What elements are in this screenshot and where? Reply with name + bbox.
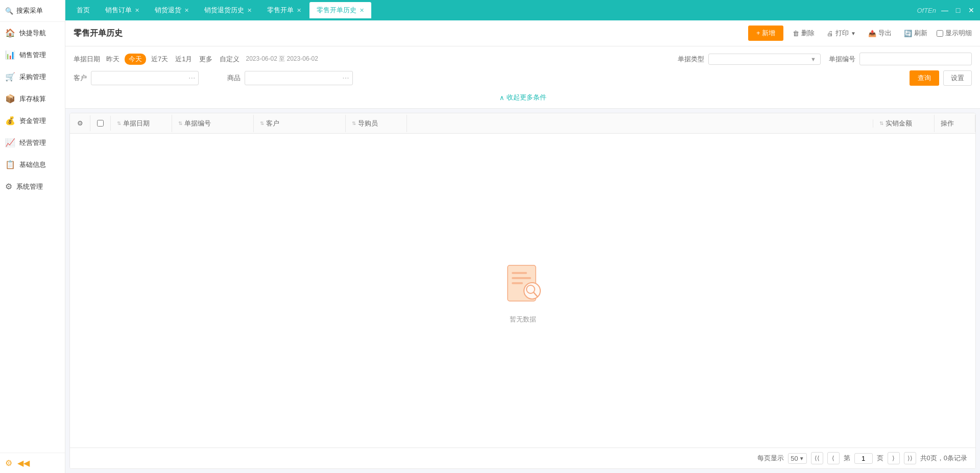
tab-retail-open[interactable]: 零售开单✕: [260, 2, 308, 18]
sidebar-item-inventory[interactable]: 📦 库存核算: [0, 88, 65, 110]
prev-page-button[interactable]: ⟨: [827, 452, 840, 464]
order-no-filter: 单据编号: [829, 53, 972, 65]
next-page-button[interactable]: ⟩: [888, 452, 900, 464]
tab-close-retail-open[interactable]: ✕: [297, 7, 301, 14]
page-size-select[interactable]: 50 ▼: [788, 453, 806, 464]
empty-state: 暂无数据: [70, 134, 975, 447]
page-number-input[interactable]: [854, 453, 873, 464]
filter-action-area: 查询 设置: [910, 70, 972, 86]
search-menu-item[interactable]: 🔍 搜索采单: [0, 0, 65, 22]
select-all-checkbox[interactable]: [97, 120, 104, 127]
tab-sales-return[interactable]: 销货退货✕: [148, 2, 196, 18]
sidebar-item-operations[interactable]: 📈 经营管理: [0, 132, 65, 154]
tab-sales-order[interactable]: 销售订单✕: [98, 2, 147, 18]
sidebar-item-purchase-mgmt[interactable]: 🛒 采购管理: [0, 66, 65, 88]
order-no-input[interactable]: [859, 53, 972, 65]
window-controls: OfTEn — □ ✕: [917, 6, 976, 15]
add-button[interactable]: + 新增: [748, 26, 783, 41]
th-checkbox[interactable]: [90, 116, 111, 131]
sidebar-icon-operations: 📈: [5, 138, 15, 147]
tab-close-sales-order[interactable]: ✕: [135, 7, 139, 14]
sidebar-label-sys-mgmt: 系统管理: [16, 182, 43, 191]
sidebar-item-basic-info[interactable]: 📋 基础信息: [0, 154, 65, 176]
goods-filter: 商品 ···: [227, 71, 352, 85]
sort-date-icon[interactable]: ⇅: [117, 120, 121, 126]
sidebar-item-finance[interactable]: 💰 资金管理: [0, 110, 65, 132]
refresh-button[interactable]: 🔄 刷新: [901, 27, 930, 40]
content-area: 零售开单历史 + 新增 🗑 删除 🖨 打印 ▼ 📤 导出 🔄: [65, 20, 980, 473]
print-dropdown-icon: ▼: [851, 31, 856, 36]
close-button[interactable]: ✕: [967, 6, 976, 15]
svg-rect-1: [512, 272, 527, 274]
tab-home[interactable]: 首页: [69, 2, 97, 18]
page-actions: + 新增 🗑 删除 🖨 打印 ▼ 📤 导出 🔄 刷新: [748, 26, 972, 41]
settings-icon[interactable]: ⚙: [5, 458, 12, 468]
sort-customer-icon[interactable]: ⇅: [260, 120, 264, 126]
settings-button[interactable]: 设置: [943, 70, 972, 86]
date-options: 昨天今天近7天近1月更多自定义: [104, 54, 242, 65]
minimize-button[interactable]: —: [940, 6, 949, 15]
delete-button[interactable]: 🗑 删除: [790, 27, 818, 40]
filter-row-2: 客户 ··· 商品 ··· 查询 设置: [74, 70, 972, 86]
sidebar-item-quick-nav[interactable]: 🏠 快捷导航: [0, 22, 65, 44]
customer-input[interactable]: [91, 72, 185, 84]
sidebar-label-finance: 资金管理: [19, 116, 46, 126]
filter-area: 单据日期 昨天今天近7天近1月更多自定义 2023-06-02 至 2023-0…: [65, 46, 980, 109]
tab-retail-open-history[interactable]: 零售开单历史✕: [309, 2, 371, 18]
customer-label: 客户: [74, 73, 87, 83]
date-opt-custom[interactable]: 自定义: [218, 54, 242, 65]
date-opt-last7[interactable]: 近7天: [149, 54, 170, 65]
page-label: 页: [877, 454, 883, 463]
maximize-button[interactable]: □: [953, 6, 963, 15]
table-header: ⚙ ⇅ 单据日期 ⇅ 单据编号 ⇅ 客户 ⇅: [70, 113, 975, 134]
sort-order-icon[interactable]: ⇅: [178, 120, 182, 126]
customer-filter: 客户 ···: [74, 71, 199, 85]
order-type-select[interactable]: ▼: [708, 54, 821, 65]
display-cols-checkbox[interactable]: [937, 30, 943, 37]
page-size-value: 50: [791, 455, 798, 462]
order-type-label: 单据类型: [678, 55, 704, 64]
display-cols-toggle[interactable]: 显示明细: [937, 29, 972, 38]
delete-icon: 🗑: [793, 30, 799, 37]
date-opt-last_month[interactable]: 近1月: [173, 54, 194, 65]
print-button[interactable]: 🖨 打印 ▼: [824, 27, 859, 40]
date-opt-today[interactable]: 今天: [125, 54, 146, 65]
tab-sales-return-history[interactable]: 销货退货历史✕: [197, 2, 259, 18]
sidebar-label-purchase-mgmt: 采购管理: [19, 72, 46, 82]
date-filter: 单据日期 昨天今天近7天近1月更多自定义 2023-06-02 至 2023-0…: [74, 54, 318, 65]
export-button[interactable]: 📤 导出: [865, 27, 895, 40]
tab-close-sales-return[interactable]: ✕: [184, 7, 189, 14]
sidebar-item-sys-mgmt[interactable]: ⚙ 系统管理: [0, 176, 65, 197]
collapse-sidebar-icon[interactable]: ◀◀: [17, 458, 30, 468]
sidebar-icon-sales-mgmt: 📊: [5, 50, 15, 60]
date-opt-more[interactable]: 更多: [197, 54, 214, 65]
sort-guide-icon[interactable]: ⇅: [352, 120, 356, 126]
query-button[interactable]: 查询: [910, 70, 939, 86]
date-label: 单据日期: [74, 55, 100, 64]
page-title: 零售开单历史: [74, 28, 123, 39]
th-settings[interactable]: ⚙: [70, 115, 90, 131]
sidebar-icon-inventory: 📦: [5, 94, 15, 104]
customer-dots-icon[interactable]: ···: [185, 71, 198, 85]
goods-dots-icon[interactable]: ···: [339, 71, 352, 85]
goods-label: 商品: [227, 73, 241, 83]
sidebar-item-sales-mgmt[interactable]: 📊 销售管理: [0, 44, 65, 66]
sidebar-icon-quick-nav: 🏠: [5, 28, 15, 38]
brand-label: OfTEn: [917, 7, 936, 14]
goods-input[interactable]: [245, 72, 339, 84]
tab-label-retail-open-history: 零售开单历史: [317, 6, 356, 15]
collapse-filter-link[interactable]: ∧ 收起更多条件: [74, 91, 972, 102]
date-opt-yesterday[interactable]: 昨天: [104, 54, 122, 65]
tab-close-sales-return-history[interactable]: ✕: [247, 7, 252, 14]
date-range: 2023-06-02 至 2023-06-02: [246, 55, 318, 63]
refresh-icon: 🔄: [904, 30, 912, 37]
search-icon: 🔍: [5, 7, 13, 15]
last-page-button[interactable]: ⟩⟩: [904, 452, 916, 464]
tab-close-retail-open-history[interactable]: ✕: [360, 7, 364, 14]
order-type-filter: 单据类型 ▼: [678, 54, 821, 65]
pagination: 每页显示 50 ▼ ⟨⟨ ⟨ 第 页 ⟩ ⟩⟩ 共0页，0条记录: [70, 447, 975, 468]
first-page-button[interactable]: ⟨⟨: [811, 452, 823, 464]
print-icon: 🖨: [827, 30, 833, 37]
th-date: ⇅ 单据日期: [111, 115, 172, 132]
sort-amount-icon[interactable]: ⇅: [879, 120, 883, 126]
